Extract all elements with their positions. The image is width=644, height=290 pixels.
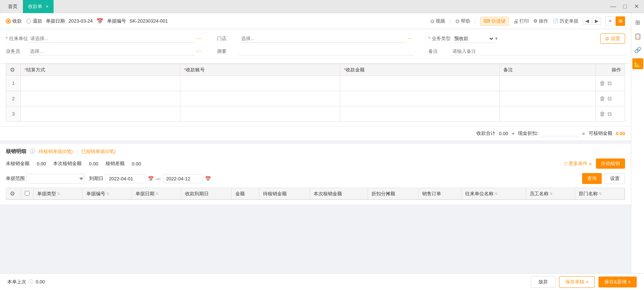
- save-draft-chevron: ∧: [586, 279, 589, 284]
- save-draft-button[interactable]: 保存草稿 ∧: [559, 276, 595, 288]
- grid-view-button[interactable]: ⊞: [616, 16, 625, 26]
- row-2-account[interactable]: [180, 91, 340, 106]
- minimize-button[interactable]: —: [608, 3, 618, 10]
- help-button[interactable]: ⊙ 帮助: [455, 18, 470, 24]
- wt-gear-icon[interactable]: ⚙: [10, 191, 15, 197]
- row-1-delete-icon[interactable]: 🗑: [600, 80, 605, 87]
- completed-tab[interactable]: 已核销单据(0笔): [81, 148, 115, 155]
- radio-refund-label: 退款: [33, 18, 42, 24]
- tab-close-icon[interactable]: ×: [46, 0, 48, 13]
- current-writeoff-label: 本次核销金额: [53, 160, 82, 167]
- row-2-ops: 🗑 ⧉: [596, 91, 625, 106]
- right-panel-icon-3[interactable]: 🔗: [632, 44, 643, 55]
- receipt-type-group: 收款 退款: [6, 18, 42, 24]
- due-date-from-input[interactable]: [106, 174, 146, 183]
- row-1-amount[interactable]: [340, 76, 499, 91]
- business-type-chevron[interactable]: ▼: [494, 36, 499, 41]
- writeoff-settings-button[interactable]: 设置: [605, 173, 625, 184]
- due-date-from-icon[interactable]: 📅: [148, 176, 154, 181]
- due-date-to-input[interactable]: [163, 174, 203, 183]
- settings-button[interactable]: ⚙ 设置: [600, 34, 625, 44]
- discount-input[interactable]: [542, 130, 578, 136]
- row-2-settlement[interactable]: [21, 91, 180, 106]
- filter-row: 单据范围 ▼ 到期日 📅 — 📅 查询 设置: [6, 173, 625, 184]
- query-button[interactable]: 查询: [582, 173, 602, 184]
- save-new-button[interactable]: 保存&新增 ∧: [598, 277, 637, 287]
- next-arrow[interactable]: ▶: [592, 17, 601, 25]
- radio-refund-dot: [26, 19, 31, 24]
- tab-home[interactable]: 首页: [3, 0, 23, 13]
- partner-more-icon[interactable]: ···: [195, 35, 203, 42]
- list-view-button[interactable]: ≡: [605, 16, 615, 26]
- row-3-settlement[interactable]: [21, 106, 180, 122]
- store-input[interactable]: [239, 35, 406, 43]
- salesperson-input[interactable]: [28, 47, 195, 55]
- auto-writeoff-button[interactable]: 自动核销: [596, 158, 625, 169]
- amount-header: *收款金额: [340, 64, 499, 76]
- row-3-copy-icon[interactable]: ⧉: [608, 111, 612, 117]
- partner-label-text: 往来单位: [9, 36, 28, 41]
- next-label: 本单上次: [7, 279, 26, 285]
- due-date-field: 到期日 📅 — 📅: [89, 174, 211, 183]
- prev-arrow[interactable]: ◀: [583, 17, 592, 25]
- row-2-amount[interactable]: [340, 91, 499, 106]
- due-date-to-icon[interactable]: 📅: [205, 176, 211, 181]
- shortcut-button[interactable]: ⌨ 快捷键: [480, 17, 509, 26]
- store-more-icon[interactable]: ···: [406, 35, 414, 42]
- row-3-delete-icon[interactable]: 🗑: [600, 111, 605, 117]
- summary-input[interactable]: [239, 47, 414, 55]
- video-button[interactable]: ⊙ 视频: [430, 18, 445, 24]
- receipt-table: ⚙ *结算方式 *收款账号 *收款金额 备注 操作: [6, 64, 625, 122]
- nav-arrows: ◀ ▶: [583, 17, 601, 25]
- more-filter-button[interactable]: ▽ 更多条件 ∧: [564, 160, 592, 167]
- row-2-remarks[interactable]: [500, 91, 596, 106]
- pending-tab[interactable]: 待核销单据(0笔): [39, 148, 73, 155]
- business-type-field: * 业务类型 预收款 ▼ ⚙ 设置: [428, 34, 625, 44]
- row-1-account[interactable]: [180, 76, 340, 91]
- right-panel-icon-2[interactable]: 📋: [632, 31, 643, 42]
- main-content: 收款 退款 单据日期 2023-03-24 📅 单据编号 SK-20230324…: [0, 13, 631, 204]
- close-button[interactable]: ✕: [632, 3, 641, 10]
- table-gear-icon[interactable]: ⚙: [10, 67, 15, 73]
- range-label: 单据范围: [6, 175, 25, 182]
- settings-btn-label: 设置: [611, 35, 620, 42]
- row-3-amount[interactable]: [340, 106, 499, 122]
- row-2-delete-icon[interactable]: 🗑: [600, 95, 605, 102]
- row-2-copy-icon[interactable]: ⧉: [608, 95, 612, 102]
- remarks-field: 备注: [428, 47, 625, 55]
- row-3-remarks[interactable]: [500, 106, 596, 122]
- row-1-settlement[interactable]: [21, 76, 180, 91]
- video-icon: ⊙: [430, 18, 435, 24]
- bottom-info-icon[interactable]: ⓘ: [28, 279, 34, 285]
- range-select[interactable]: [26, 174, 85, 184]
- settings-icon: ⚙: [605, 36, 609, 42]
- salesperson-more-icon[interactable]: ···: [195, 48, 203, 55]
- radio-refund[interactable]: 退款: [26, 18, 42, 24]
- summary-field: 摘要: [217, 47, 414, 55]
- history-button[interactable]: 📄 历史单据: [553, 18, 578, 24]
- maximize-button[interactable]: □: [621, 3, 629, 10]
- net-label: 可核销金额: [589, 130, 612, 137]
- right-panel-icon-4[interactable]: 📐: [632, 58, 643, 69]
- more-conditions-label: 更多条件: [569, 160, 588, 167]
- unchecked-label: 未核销金额: [6, 160, 30, 167]
- tab-receipt[interactable]: 收款单 ×: [23, 0, 54, 13]
- writeoff-info-icon[interactable]: ⓘ: [30, 148, 35, 155]
- print-button[interactable]: 🖨 打印: [513, 18, 529, 24]
- date-calendar-icon[interactable]: 📅: [97, 18, 103, 24]
- business-type-select[interactable]: 预收款: [451, 34, 494, 43]
- wt-select-all[interactable]: [25, 191, 30, 196]
- row-1-remarks[interactable]: [500, 76, 596, 91]
- operations-icon: ⚙: [533, 18, 538, 24]
- right-panel-icon-1[interactable]: ⊞: [632, 17, 643, 28]
- partner-input[interactable]: [28, 35, 195, 43]
- row-3-account[interactable]: [180, 106, 340, 122]
- radio-receipt[interactable]: 收款: [6, 18, 22, 24]
- history-label: 历史单据: [559, 18, 578, 24]
- remarks-input[interactable]: [450, 47, 625, 55]
- operations-button[interactable]: ⚙ 操作: [533, 18, 548, 24]
- row-1-copy-icon[interactable]: ⧉: [608, 80, 612, 87]
- range-field: 单据范围 ▼: [6, 174, 83, 184]
- save-new-chevron: ∧: [628, 279, 631, 284]
- discard-button[interactable]: 放弃: [531, 276, 555, 288]
